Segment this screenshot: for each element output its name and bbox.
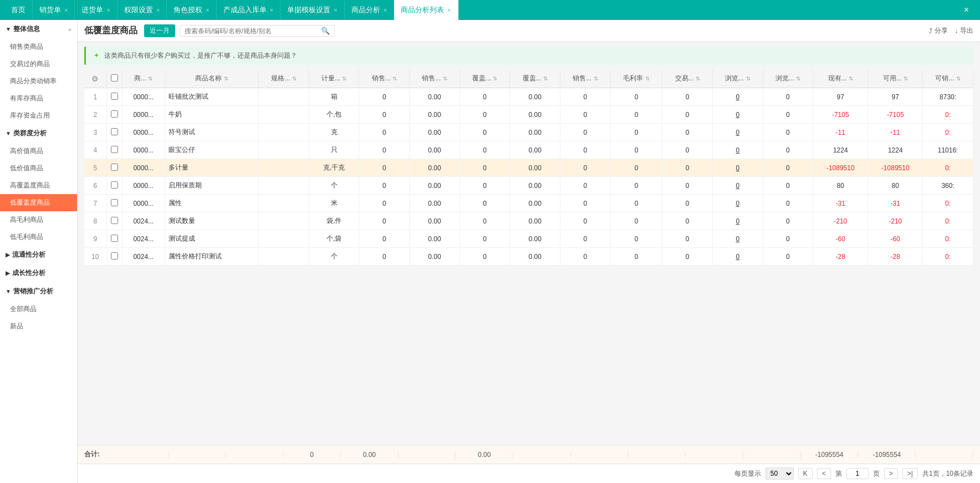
row-name[interactable]: 启用保质期 <box>165 177 258 195</box>
sidebar-item-stocked-goods[interactable]: 有库存商品 <box>0 90 77 107</box>
settings-icon[interactable]: ⚙ <box>91 74 99 83</box>
row-browse1[interactable]: 0 <box>713 248 763 266</box>
row-select-checkbox[interactable] <box>111 128 118 135</box>
sidebar-item-sales-goods[interactable]: 销售类商品 <box>0 38 77 55</box>
nav-close-analysis-list[interactable]: × <box>447 7 451 13</box>
col-checkbox[interactable] <box>106 69 122 88</box>
col-gear[interactable]: ⚙ <box>84 69 106 88</box>
sidebar-item-category-rate[interactable]: 商品分类动销率 <box>0 73 77 90</box>
col-sales3[interactable]: 销售... ⇅ <box>560 69 611 88</box>
col-transaction[interactable]: 交易... ⇅ <box>662 69 713 88</box>
row-name[interactable]: 符号测试 <box>165 124 258 141</box>
sidebar-item-high-margin[interactable]: 高毛利商品 <box>0 211 77 228</box>
row-checkbox[interactable] <box>106 177 122 195</box>
export-button[interactable]: ↓ 导出 <box>955 26 973 35</box>
page-input[interactable] <box>846 468 869 479</box>
period-button[interactable]: 近一月 <box>144 24 175 37</box>
col-cov2[interactable]: 覆盖... ⇅ <box>510 69 560 88</box>
collapse-icon[interactable]: « <box>68 26 72 33</box>
sidebar-item-low-coverage[interactable]: 低覆盖度商品 <box>0 194 77 211</box>
row-select-checkbox[interactable] <box>111 146 118 153</box>
row-browse1[interactable]: 0 <box>713 88 763 106</box>
col-sellable[interactable]: 可销... ⇅ <box>923 69 973 88</box>
row-select-checkbox[interactable] <box>111 199 118 206</box>
row-checkbox[interactable] <box>106 159 122 177</box>
col-name[interactable]: 商品名称 ⇅ <box>165 69 258 88</box>
nav-close-analysis[interactable]: × <box>384 7 387 13</box>
row-select-checkbox[interactable] <box>111 252 118 260</box>
first-page-button[interactable]: K <box>798 468 813 479</box>
col-margin[interactable]: 毛利率 ⇅ <box>610 69 662 88</box>
row-checkbox[interactable] <box>106 141 122 159</box>
nav-window-close[interactable]: × <box>957 0 976 20</box>
row-name[interactable]: 属性价格打印测试 <box>165 248 258 266</box>
row-name[interactable]: 测试提成 <box>165 230 258 248</box>
row-checkbox[interactable] <box>106 212 122 230</box>
row-checkbox[interactable] <box>106 88 122 106</box>
row-browse1[interactable]: 0 <box>713 212 763 230</box>
sidebar-item-high-coverage[interactable]: 高覆盖度商品 <box>0 177 77 194</box>
nav-close-purchase[interactable]: × <box>106 7 110 13</box>
sidebar-section-marketing[interactable]: ▼ 营销推广分析 <box>0 282 77 301</box>
col-cov1[interactable]: 覆盖... ⇅ <box>460 69 510 88</box>
per-page-select[interactable]: 50 20 100 200 <box>765 467 794 480</box>
nav-template[interactable]: 单据模板设置 × <box>280 0 344 20</box>
search-input[interactable] <box>185 27 321 35</box>
nav-purchase[interactable]: 进货单 × <box>75 0 117 20</box>
share-button[interactable]: ⤴ 分享 <box>929 26 948 35</box>
row-name[interactable]: 旺铺批次测试 <box>165 88 258 106</box>
sidebar-section-cluster[interactable]: ▼ 类群度分析 <box>0 124 77 143</box>
row-name[interactable]: 多计量 <box>165 159 258 177</box>
row-checkbox[interactable] <box>106 230 122 248</box>
nav-analysis[interactable]: 商品分析 × <box>345 0 394 20</box>
row-browse1[interactable]: 0 <box>713 141 763 159</box>
row-checkbox[interactable] <box>106 248 122 266</box>
col-spec[interactable]: 规格... ⇅ <box>259 69 309 88</box>
nav-close-permission[interactable]: × <box>156 7 160 13</box>
nav-close-template[interactable]: × <box>334 7 337 13</box>
nav-close-production[interactable]: × <box>270 7 273 13</box>
nav-close-role[interactable]: × <box>206 7 209 13</box>
row-name[interactable]: 牛奶 <box>165 106 258 124</box>
row-select-checkbox[interactable] <box>111 181 118 189</box>
sidebar-section-overall[interactable]: ▼ 整体信息 « <box>0 20 77 38</box>
sidebar-item-low-margin[interactable]: 低毛利商品 <box>0 228 77 246</box>
sidebar-item-new-goods[interactable]: 新品 <box>0 318 77 335</box>
sidebar-section-growth[interactable]: ▶ 成长性分析 <box>0 264 77 282</box>
row-checkbox[interactable] <box>106 124 122 141</box>
row-select-checkbox[interactable] <box>111 217 118 224</box>
col-sales-amt[interactable]: 销售... ⇅ <box>410 69 460 88</box>
row-name[interactable]: 测试数量 <box>165 212 258 230</box>
col-current[interactable]: 现有... ⇅ <box>813 69 868 88</box>
row-select-checkbox[interactable] <box>111 164 118 171</box>
select-all-checkbox[interactable] <box>111 74 118 82</box>
next-page-button[interactable]: > <box>884 468 898 479</box>
row-checkbox[interactable] <box>106 106 122 124</box>
nav-home[interactable]: 首页 <box>4 0 33 20</box>
row-browse1[interactable]: 0 <box>713 124 763 141</box>
nav-production[interactable]: 产成品入库单 × <box>217 0 280 20</box>
col-sales-qty[interactable]: 销售... ⇅ <box>359 69 410 88</box>
col-available[interactable]: 可用... ⇅ <box>868 69 923 88</box>
row-browse1[interactable]: 0 <box>713 230 763 248</box>
nav-analysis-list[interactable]: 商品分析列表 × <box>394 0 458 20</box>
row-name[interactable]: 眼宝公仔 <box>165 141 258 159</box>
prev-page-button[interactable]: < <box>817 468 831 479</box>
col-browse1[interactable]: 浏览... ⇅ <box>713 69 763 88</box>
sidebar-item-low-value[interactable]: 低价值商品 <box>0 160 77 177</box>
nav-role[interactable]: 角色授权 × <box>167 0 216 20</box>
nav-sales[interactable]: 销货单 × <box>33 0 75 20</box>
sidebar-item-traded-goods[interactable]: 交易过的商品 <box>0 55 77 73</box>
row-checkbox[interactable] <box>106 195 122 212</box>
row-browse1[interactable]: 0 <box>713 159 763 177</box>
nav-close-sales[interactable]: × <box>64 7 68 13</box>
col-code[interactable]: 商... ⇅ <box>122 69 165 88</box>
row-select-checkbox[interactable] <box>111 235 118 242</box>
last-page-button[interactable]: >| <box>902 468 918 479</box>
sidebar-section-flow[interactable]: ▶ 流通性分析 <box>0 246 77 264</box>
row-browse1[interactable]: 0 <box>713 106 763 124</box>
row-select-checkbox[interactable] <box>111 93 118 100</box>
row-name[interactable]: 属性 <box>165 195 258 212</box>
sidebar-item-capital[interactable]: 库存资金占用 <box>0 107 77 124</box>
col-unit[interactable]: 计量... ⇅ <box>309 69 359 88</box>
